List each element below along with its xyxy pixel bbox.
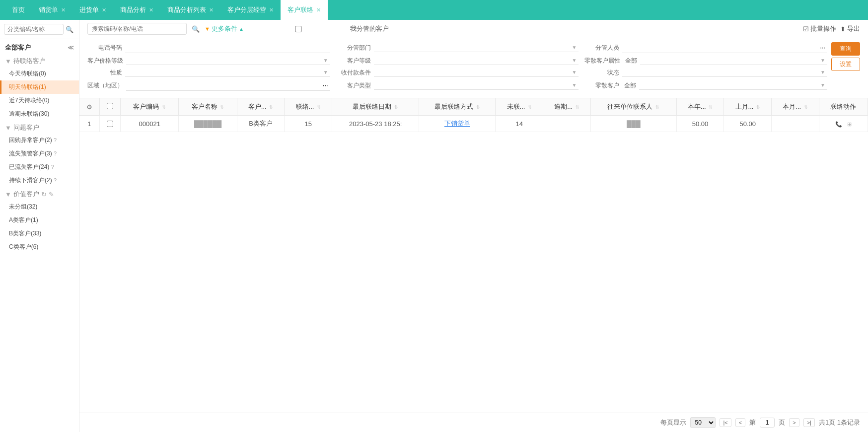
payment-select[interactable]: ▼ xyxy=(374,68,579,77)
prev-page-button[interactable]: < xyxy=(735,418,745,427)
nav-customer-contact[interactable]: 客户联络 ✕ xyxy=(281,0,328,20)
retail-attr-select[interactable]: ▼ xyxy=(640,56,827,65)
nature-select[interactable]: ▼ xyxy=(125,68,330,77)
last-page-button[interactable]: >| xyxy=(803,418,815,427)
col-last-contact-date[interactable]: 最后联络日期 ⇅ xyxy=(332,98,419,116)
sidebar-lost[interactable]: 已流失客户(24) ? xyxy=(0,160,79,174)
sort-icon5: ⇅ xyxy=(394,105,398,110)
sidebar-overdue-contact[interactable]: 逾期未联络(30) xyxy=(0,107,79,121)
table-container: ⚙ 客户编码 ⇅ 客户名称 ⇅ 客户... ⇅ 联络... ⇅ 最后联络日期 ⇅… xyxy=(79,98,868,413)
nav-sales-close[interactable]: ✕ xyxy=(61,7,66,13)
nav-customer-tier[interactable]: 客户分层经营 ✕ xyxy=(220,0,281,20)
sidebar-a-class[interactable]: A类客户(1) xyxy=(0,214,79,227)
sort-icon10: ⇅ xyxy=(709,105,713,110)
col-overdue[interactable]: 逾期... ⇅ xyxy=(543,98,591,116)
status-select[interactable]: ▼ xyxy=(622,68,827,77)
page-size-select[interactable]: 50 100 200 xyxy=(690,417,716,428)
phone-input[interactable] xyxy=(125,43,330,53)
sidebar-c-class[interactable]: C类客户(6) xyxy=(0,240,79,254)
batch-action-button[interactable]: ☑ 批量操作 xyxy=(803,24,836,33)
main-layout: 🔍 全部客户 ≪ ▼ 待联络客户 今天待联络(0) 明天待联络(1) 近7天待联… xyxy=(0,20,868,432)
filter-cell-phone: 电话号码 xyxy=(87,43,330,53)
content-area: 🔍 ▼ 更多条件 ▲ 我分管的客户 ☑ 批量操作 ⬆ 导出 xyxy=(79,20,868,432)
collapse-icon[interactable]: ≪ xyxy=(68,44,74,51)
sidebar-today-contact[interactable]: 今天待联络(0) xyxy=(0,67,79,80)
col-customer-code[interactable]: 客户编码 ⇅ xyxy=(121,98,179,116)
action-phone-icon[interactable]: 📞 xyxy=(835,121,842,127)
sort-icon3: ⇅ xyxy=(269,105,273,110)
col-settings[interactable]: ⚙ xyxy=(79,98,99,116)
sidebar-declining[interactable]: 持续下滑客户(2) ? xyxy=(0,174,79,187)
manager-select[interactable]: ··· xyxy=(622,42,827,53)
price-level-select[interactable]: ▼ xyxy=(126,56,330,65)
sidebar-search-input[interactable] xyxy=(4,24,64,35)
retail-customer-select[interactable]: ▼ xyxy=(639,81,827,90)
my-customers-checkbox[interactable] xyxy=(249,26,348,32)
sidebar-lost-risk[interactable]: 流失预警客户(3) ? xyxy=(0,147,79,160)
customer-level-select[interactable]: ▼ xyxy=(374,56,579,65)
settings-icon[interactable]: ⚙ xyxy=(86,103,92,111)
sidebar-unclassified[interactable]: 未分组(32) xyxy=(0,200,79,214)
nav-home[interactable]: 首页 xyxy=(5,0,32,20)
value-edit-icon[interactable]: ✎ xyxy=(49,191,54,198)
set-button[interactable]: 设置 xyxy=(831,58,860,71)
next-page-button[interactable]: > xyxy=(789,418,799,427)
more-conditions-button[interactable]: ▼ 更多条件 ▲ xyxy=(205,24,244,33)
row-this-year: 50.00 xyxy=(676,116,724,132)
contact-method-link[interactable]: 下销货单 xyxy=(444,120,470,127)
sort-icon9: ⇅ xyxy=(655,105,659,110)
sidebar-week-contact[interactable]: 近7天待联络(0) xyxy=(0,94,79,107)
sidebar-search-icon[interactable]: 🔍 xyxy=(66,26,73,33)
query-button[interactable]: 查询 xyxy=(831,42,860,56)
sort-icon8: ⇅ xyxy=(576,105,579,110)
nav-sales[interactable]: 销货单 ✕ xyxy=(32,0,72,20)
select-all-checkbox[interactable] xyxy=(107,103,113,109)
col-last-month[interactable]: 上月... ⇅ xyxy=(724,98,772,116)
sidebar-repeat-abnormal[interactable]: 回购异常客户(2) ? xyxy=(0,134,79,147)
sort-icon: ⇅ xyxy=(162,105,166,110)
row-last-contact-method[interactable]: 下销货单 xyxy=(419,116,496,132)
col-this-year[interactable]: 本年... ⇅ xyxy=(676,98,724,116)
col-unit-contact[interactable]: 往来单位联系人 ⇅ xyxy=(590,98,676,116)
chevron-down-icon7: ▼ xyxy=(820,70,825,75)
sidebar-b-class[interactable]: B类客户(33) xyxy=(0,227,79,240)
sidebar-tomorrow-contact[interactable]: 明天待联络(1) xyxy=(0,80,79,94)
filter-cell-price-level: 客户价格等级 ▼ xyxy=(87,56,330,65)
col-customer-name[interactable]: 客户名称 ⇅ xyxy=(179,98,237,116)
region-label: 区域（地区） xyxy=(87,81,123,90)
my-customers-checkbox-label[interactable]: 我分管的客户 xyxy=(249,24,389,33)
col-no-contact-days[interactable]: 未联... ⇅ xyxy=(496,98,543,116)
retail-attr-label: 零散客户属性 xyxy=(584,57,620,65)
nav-purchase[interactable]: 进货单 ✕ xyxy=(72,0,113,20)
search-input[interactable] xyxy=(87,23,187,35)
col-customer-type[interactable]: 客户... ⇅ xyxy=(237,98,285,116)
nav-product-analysis-close[interactable]: ✕ xyxy=(149,7,153,13)
arrow-down-icon2: ▼ xyxy=(5,124,11,132)
action-more-icon[interactable]: ⊞ xyxy=(847,121,852,127)
sidebar-all-customers[interactable]: 全部客户 ≪ xyxy=(0,39,79,54)
nav-customer-contact-close[interactable]: ✕ xyxy=(316,7,321,13)
region-select[interactable]: ··· xyxy=(126,80,330,91)
col-last-contact-method[interactable]: 最后联络方式 ⇅ xyxy=(419,98,496,116)
nav-purchase-close[interactable]: ✕ xyxy=(102,7,106,13)
export-button[interactable]: ⬆ 导出 xyxy=(840,24,860,33)
dept-select[interactable]: ▼ xyxy=(374,43,579,52)
filter-cell-customer-type: 客户类型 ▼ xyxy=(336,81,579,90)
chevron-down-icon6: ▼ xyxy=(572,70,577,75)
nav-customer-tier-close[interactable]: ✕ xyxy=(269,7,274,13)
price-level-label: 客户价格等级 xyxy=(87,57,123,65)
row-checkbox-cell xyxy=(99,116,121,132)
first-page-button[interactable]: |< xyxy=(720,418,731,427)
search-button[interactable]: 🔍 xyxy=(192,25,200,33)
col-contact-count[interactable]: 联络... ⇅ xyxy=(285,98,332,116)
customer-type-select[interactable]: ▼ xyxy=(374,81,579,90)
filter-cell-customer-level: 客户等级 ▼ xyxy=(336,56,579,65)
col-this-month[interactable]: 本月... ⇅ xyxy=(772,98,819,116)
value-refresh-icon[interactable]: ↻ xyxy=(41,191,47,198)
row-checkbox[interactable] xyxy=(107,121,113,127)
nav-product-analysis[interactable]: 商品分析 ✕ xyxy=(113,0,160,20)
nav-product-analysis-table-close[interactable]: ✕ xyxy=(209,7,214,13)
per-page-label: 每页显示 xyxy=(660,418,686,427)
nav-product-analysis-table[interactable]: 商品分析列表 ✕ xyxy=(160,0,220,20)
page-input[interactable] xyxy=(760,418,775,428)
